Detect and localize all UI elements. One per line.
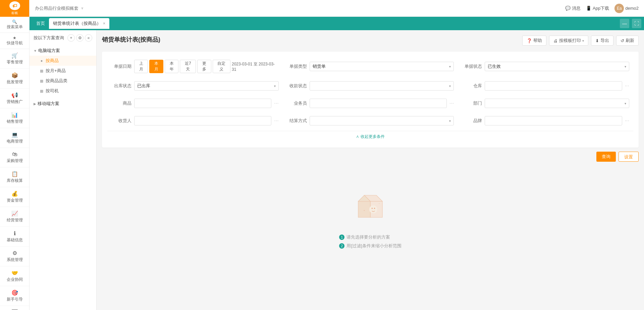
tree-parent-desktop[interactable]: ▼ 电脑端方案 xyxy=(30,46,96,56)
receiver-input[interactable] xyxy=(134,116,271,125)
dept-label: 部门 xyxy=(462,100,482,106)
date-btn-7days[interactable]: 近7天 xyxy=(180,60,196,73)
tab-close-icon[interactable]: × xyxy=(103,21,105,26)
date-btn-this-month[interactable]: 本月 xyxy=(149,60,163,73)
salesman-more-icon[interactable]: ··· xyxy=(449,100,454,106)
svg-point-6 xyxy=(374,208,375,209)
sidebar-basic-label: 基础信息 xyxy=(7,237,23,243)
tip-text-1: 请先选择要分析的方案 xyxy=(346,233,390,242)
tree-child-by-category[interactable]: ▦ 按商品品类 xyxy=(30,76,96,86)
messages-button[interactable]: 💬 消息 xyxy=(565,5,581,11)
sidebar-item-retail[interactable]: 🛒 零售管理 xyxy=(0,49,29,69)
filter-receiver: 收货人 ··· xyxy=(107,113,283,128)
tab-home[interactable]: 首页 xyxy=(32,18,49,29)
tree-child-label-month-goods: 按月+商品 xyxy=(46,68,66,74)
sidebar-retail-label: 零售管理 xyxy=(7,59,23,65)
page-header: 销货单统计表(按商品) ❓ 帮助 🖨 按模板打印 ▾ ⬇ 导出 xyxy=(102,36,639,48)
warehouse-label: 出库状态 xyxy=(111,83,131,89)
wholesale-icon: 📦 xyxy=(11,72,18,79)
tree-child-by-driver[interactable]: ▦ 按司机 xyxy=(30,86,96,96)
filter-payment-method: 结算方式 ▾ xyxy=(283,113,458,128)
month-goods-icon: ▦ xyxy=(39,68,44,73)
help-button[interactable]: ❓ 帮助 xyxy=(522,36,546,46)
filter-store: 仓库 ··· xyxy=(458,79,633,93)
finance-icon: 💰 xyxy=(11,191,18,197)
salesman-label: 业务员 xyxy=(287,100,307,106)
filter-doc-type: 单据类型 销货单 ▾ xyxy=(283,57,458,76)
category-icon: ▦ xyxy=(39,78,44,84)
print-arrow-icon: ▾ xyxy=(582,39,584,43)
payment-field: ▾ xyxy=(310,81,454,91)
help-label: 帮助 xyxy=(533,38,542,44)
sidebar-management-label: 经营管理 xyxy=(7,217,23,223)
print-label: 按模板打印 xyxy=(559,38,581,44)
sidebar-item-marketing[interactable]: 📢 营销推广 xyxy=(0,89,29,108)
print-button[interactable]: 🖨 按模板打印 ▾ xyxy=(549,36,588,46)
add-scheme-button[interactable]: + xyxy=(67,34,75,42)
sidebar-item-appcenter[interactable]: 🔲 应用中心 xyxy=(0,306,29,310)
refresh-button[interactable]: ↺ 刷新 xyxy=(616,36,639,46)
dept-select[interactable]: ▾ xyxy=(485,99,629,108)
tab-sales-stat[interactable]: 销货单统计表（按商品） × xyxy=(49,18,109,29)
goods-input[interactable] xyxy=(134,99,271,108)
receiver-more-icon[interactable]: ··· xyxy=(274,118,278,124)
sidebar-item-finance[interactable]: 💰 资金管理 xyxy=(0,187,29,207)
sidebar-item-basic[interactable]: ℹ 基础信息 xyxy=(0,227,29,247)
collapse-panel-button[interactable]: « xyxy=(85,34,92,42)
store-input-wrap: ··· xyxy=(485,81,629,91)
sidebar-item-system[interactable]: ⚙ 系统管理 xyxy=(0,247,29,266)
user-profile[interactable]: Ea demo2 xyxy=(614,4,639,13)
store-more-icon[interactable]: ··· xyxy=(625,83,629,89)
sidebar-item-purchase[interactable]: 🛍 采购管理 xyxy=(0,148,29,167)
warehouse-select[interactable]: 已出库 ▾ xyxy=(134,81,279,91)
filter-row-4: 收货人 ··· 结算方式 ▾ xyxy=(107,113,633,128)
query-button[interactable]: 查询 xyxy=(596,152,616,162)
doc-status-arrow-icon: ▾ xyxy=(625,65,626,68)
doc-status-select[interactable]: 已生效 ▾ xyxy=(485,62,629,71)
sidebar-item-management[interactable]: 📈 经营管理 xyxy=(0,207,29,227)
filter-row-1: 单据日期 上月 本月 本年 近7天 更多 自定义 2023-03-01 至 20… xyxy=(107,57,633,76)
date-btn-more[interactable]: 更多 xyxy=(197,60,211,73)
tree-parent-mobile[interactable]: ▶ 移动端方案 xyxy=(30,99,96,109)
settings-scheme-button[interactable]: ⚙ xyxy=(76,34,84,42)
sidebar-item-ecommerce[interactable]: 💻 电商管理 xyxy=(0,128,29,148)
store-input[interactable] xyxy=(485,81,622,91)
guide-icon: 🎯 xyxy=(11,290,18,296)
payment-method-select[interactable]: ▾ xyxy=(310,116,454,125)
sidebar-item-inventory[interactable]: 📋 库存核算 xyxy=(0,167,29,187)
tab-maximize-button[interactable]: ⛶ xyxy=(632,19,641,28)
settings-button[interactable]: 设置 xyxy=(619,152,639,162)
sidebar-item-sales[interactable]: 📊 销售管理 xyxy=(0,108,29,128)
collapse-filter-button[interactable]: ∧ 收起更多条件 xyxy=(107,131,633,142)
doc-type-select[interactable]: 销货单 ▾ xyxy=(310,62,454,71)
help-icon: ❓ xyxy=(527,38,532,43)
brand-more-icon[interactable]: ··· xyxy=(625,118,629,124)
sidebar-item-guide[interactable]: 🎯 新手引导 xyxy=(0,286,29,306)
tab-bar-actions: — ⛶ xyxy=(620,19,641,28)
salesman-input[interactable] xyxy=(310,99,447,108)
tab-minimize-button[interactable]: — xyxy=(620,19,629,28)
message-icon: 💬 xyxy=(565,6,571,11)
goods-more-icon[interactable]: ··· xyxy=(274,100,278,106)
app-download-button[interactable]: 📱 App下载 xyxy=(586,5,609,11)
tree-child-by-month-goods[interactable]: ▦ 按月+商品 xyxy=(30,66,96,76)
sidebar-sales-label: 销售管理 xyxy=(7,119,23,124)
export-button[interactable]: ⬇ 导出 xyxy=(591,36,613,46)
left-panel: 按以下方案查询 + ⚙ « ▼ 电脑端方案 ● 按商品 ▦ 按月 xyxy=(30,30,97,310)
tree-child-label-category: 按商品品类 xyxy=(46,78,67,84)
brand-input[interactable] xyxy=(485,116,622,125)
sidebar-item-quicknav[interactable]: ★ 快捷导航 xyxy=(0,33,29,49)
tree-child-by-goods[interactable]: ● 按商品 xyxy=(30,56,96,66)
main-area: 办公用品行业模拟账套 ▾ 💬 消息 📱 App下载 Ea demo2 首页 xyxy=(30,0,644,310)
date-btn-last-month[interactable]: 上月 xyxy=(134,60,148,73)
payment-select[interactable]: ▾ xyxy=(310,81,454,91)
retail-icon: 🛒 xyxy=(11,52,18,59)
sidebar-collab-label: 企业协同 xyxy=(7,277,23,282)
sidebar-item-wholesale[interactable]: 📦 批发管理 xyxy=(0,69,29,89)
sidebar-item-search[interactable]: 🔍 搜索菜单 xyxy=(0,17,29,33)
sidebar-item-collab[interactable]: 🤝 企业协同 xyxy=(0,266,29,286)
date-btn-custom[interactable]: 自定义 xyxy=(213,60,230,73)
date-btn-this-year[interactable]: 本年 xyxy=(165,60,178,73)
filter-date: 单据日期 上月 本月 本年 近7天 更多 自定义 2023-03-01 至 20… xyxy=(107,57,283,76)
page-content: 按以下方案查询 + ⚙ « ▼ 电脑端方案 ● 按商品 ▦ 按月 xyxy=(30,30,644,310)
